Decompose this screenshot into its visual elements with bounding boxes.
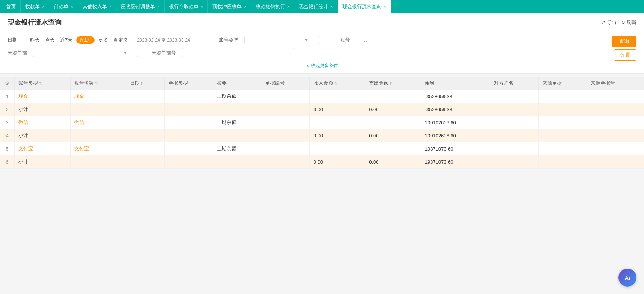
top-navigation: 首页 收款单×付款单×其他收入单×应收应付调整单×银行存取款单×预收冲应收单×收…	[0, 0, 644, 13]
cell-counterpart	[490, 129, 538, 142]
export-button[interactable]: ↗ 导出	[601, 19, 617, 26]
cell-account_name	[70, 155, 126, 169]
table-col-account_type[interactable]: 账号类型⇅	[15, 77, 71, 90]
sort-icon: ⇅	[334, 81, 337, 85]
sort-icon: ⇅	[95, 81, 98, 85]
close-icon[interactable]: ×	[201, 4, 203, 9]
refresh-button[interactable]: ↻ 刷新	[621, 19, 636, 26]
close-icon[interactable]: ×	[244, 4, 246, 9]
table-col-expense[interactable]: 支出金额⇅	[365, 77, 421, 90]
close-icon[interactable]: ×	[42, 4, 44, 9]
sort-icon: ⇅	[390, 81, 393, 85]
date-filter-label: 日期	[8, 37, 23, 43]
cell-income	[309, 90, 365, 103]
settings-icon[interactable]: ⚙	[4, 80, 11, 87]
close-icon[interactable]: ×	[109, 4, 111, 9]
table-col-date[interactable]: 日期⇅	[126, 77, 165, 90]
table-row: 4小计0.000.00100102606.60	[0, 129, 644, 142]
cell-source_doc	[538, 90, 587, 103]
nav-tab[interactable]: 付款单×	[49, 0, 78, 13]
cell-income: 0.00	[309, 129, 365, 142]
collapse-bar[interactable]: ∧ 收起更多条件	[8, 61, 636, 71]
source-doc-select[interactable]: ▼	[33, 49, 138, 57]
nav-home[interactable]: 首页	[2, 0, 21, 13]
cell-account_name	[70, 129, 126, 142]
close-icon[interactable]: ×	[157, 4, 159, 9]
cell-expense: 0.00	[365, 129, 421, 142]
cell-account_name	[70, 103, 126, 116]
cell-counterpart	[490, 116, 538, 129]
nav-tab[interactable]: 现金银行流水查询×	[338, 0, 391, 13]
account-dots[interactable]: ...	[361, 37, 368, 43]
nav-tab[interactable]: 收款单×	[21, 0, 49, 13]
cell-doc_type	[164, 90, 213, 103]
close-icon[interactable]: ×	[384, 4, 386, 9]
date-shortcut[interactable]: 更多	[97, 36, 110, 44]
table-row: 6小计0.000.0019871073.60	[0, 155, 644, 169]
date-shortcut[interactable]: 自定义	[112, 36, 129, 44]
cell-date	[126, 129, 165, 142]
cell-account_name: 现金	[70, 90, 126, 103]
table-col-balance: 余额	[421, 77, 490, 90]
page-header: 现金银行流水查询 ↗ 导出 ↻ 刷新	[0, 13, 644, 31]
table-row: 1现金现金上期余额-3528659.33	[0, 90, 644, 103]
cell-doc_no	[261, 142, 309, 155]
cell-summary: 上期余额	[213, 90, 261, 103]
nav-tab[interactable]: 预收冲应收单×	[208, 0, 251, 13]
table-col-income[interactable]: 收入金额⇅	[309, 77, 365, 90]
cell-date	[126, 155, 165, 169]
cell-source_doc	[538, 103, 587, 116]
query-button[interactable]: 查询	[612, 36, 636, 47]
nav-tab[interactable]: 银行存取款单×	[165, 0, 208, 13]
cell-summary: 上期余额	[213, 142, 261, 155]
cell-expense	[365, 116, 421, 129]
date-shortcut[interactable]: 近7天	[59, 36, 74, 44]
settings-button[interactable]: 设置	[614, 49, 636, 61]
sort-icon: ⇅	[39, 81, 42, 85]
date-shortcuts: 昨天今天近7天近1月更多自定义	[29, 36, 129, 44]
date-shortcut[interactable]: 昨天	[29, 36, 41, 44]
table-col-settings: ⚙	[0, 77, 15, 90]
cell-source_doc_no	[587, 116, 644, 129]
cell-doc_type	[164, 129, 213, 142]
cell-summary	[213, 103, 261, 116]
nav-tab[interactable]: 收款核销执行×	[251, 0, 294, 13]
cell-source_doc	[538, 142, 587, 155]
close-icon[interactable]: ×	[330, 4, 333, 9]
cell-expense	[365, 90, 421, 103]
cell-date	[126, 90, 165, 103]
cell-counterpart	[490, 103, 538, 116]
close-icon[interactable]: ×	[287, 4, 290, 9]
cell-balance: 100102606.60	[421, 116, 490, 129]
collapse-label: 收起更多条件	[311, 63, 338, 69]
nav-tab[interactable]: 应收应付调整单×	[116, 0, 164, 13]
cell-account_type: 现金	[15, 90, 71, 103]
source-doc-label: 来源单据	[8, 49, 27, 56]
cell-source_doc_no	[587, 103, 644, 116]
cell-income	[309, 116, 365, 129]
home-label: 首页	[6, 3, 16, 10]
cell-account_type: 支付宝	[15, 142, 71, 155]
table-row: 5支付宝支付宝上期余额19871073.60	[0, 142, 644, 155]
cell-doc_no	[261, 103, 309, 116]
table-col-summary: 摘要	[213, 77, 261, 90]
cell-counterpart	[490, 90, 538, 103]
close-icon[interactable]: ×	[71, 4, 73, 9]
filter-area: 日期 昨天今天近7天近1月更多自定义 2023-02-24 至 2023-03-…	[0, 31, 644, 74]
cell-seq: 3	[0, 116, 15, 129]
nav-tab[interactable]: 现金银行统计×	[294, 0, 338, 13]
account-type-select[interactable]: ▼	[244, 36, 319, 44]
cell-income: 0.00	[309, 103, 365, 116]
table-col-account_name[interactable]: 账号名称⇅	[70, 77, 126, 90]
nav-tab[interactable]: 其他收入单×	[78, 0, 116, 13]
cell-doc_no	[261, 155, 309, 169]
source-doc-no-input[interactable]	[182, 48, 294, 57]
cell-source_doc_no	[587, 142, 644, 155]
header-actions: ↗ 导出 ↻ 刷新	[601, 19, 636, 26]
source-doc-chevron: ▼	[123, 51, 127, 55]
cell-seq: 4	[0, 129, 15, 142]
date-shortcut[interactable]: 近1月	[76, 36, 95, 44]
date-shortcut[interactable]: 今天	[44, 36, 56, 44]
cell-doc_no	[261, 90, 309, 103]
cell-doc_type	[164, 103, 213, 116]
